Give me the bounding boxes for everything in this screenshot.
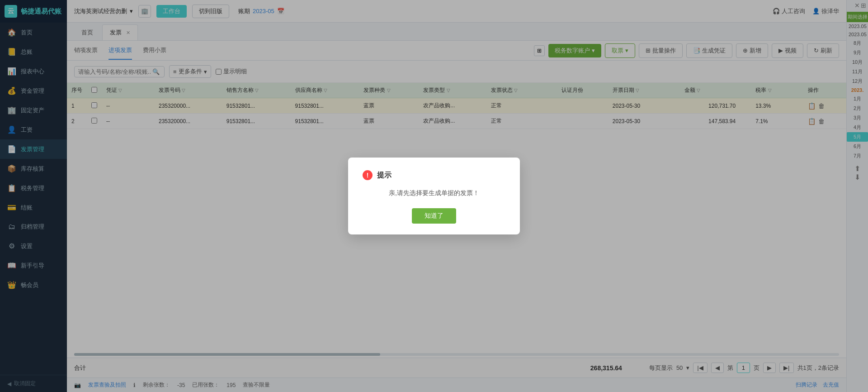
warning-icon: ! (363, 170, 373, 180)
modal-message: 亲,请先选择要生成单据的发票！ (389, 189, 479, 196)
modal-footer: 知道了 (363, 208, 505, 224)
modal-overlay[interactable]: ! 提示 亲,请先选择要生成单据的发票！ 知道了 (0, 0, 868, 392)
modal-title-bar: ! 提示 (363, 170, 505, 180)
ok-button[interactable]: 知道了 (412, 208, 456, 224)
modal-body: 亲,请先选择要生成单据的发票！ (363, 189, 505, 197)
prompt-modal: ! 提示 亲,请先选择要生成单据的发票！ 知道了 (348, 158, 520, 234)
modal-title-text: 提示 (377, 171, 392, 180)
